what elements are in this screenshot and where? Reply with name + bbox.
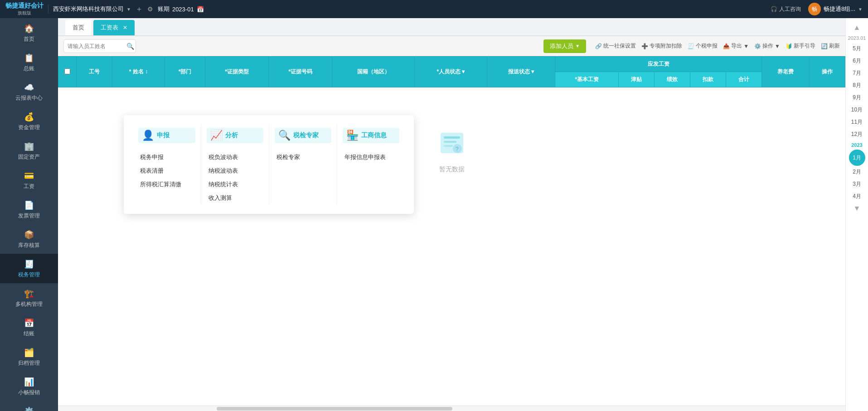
refresh-btn[interactable]: 🔄 刷新: [821, 42, 840, 50]
svg-rect-1: [444, 136, 460, 139]
th-base-salary: *基本工资: [555, 72, 619, 87]
calendar-icon[interactable]: 📅: [197, 6, 204, 13]
ledger-icon: 📋: [24, 53, 34, 63]
dropdown-section-gongshang: 🏪 工商信息 年报信息申报表: [337, 124, 405, 205]
cal-nav-up[interactable]: ▲: [852, 22, 863, 34]
cal-month-2[interactable]: 2月: [848, 166, 867, 178]
user-name: 畅捷通8组...: [824, 5, 855, 13]
sidebar-label-archive: 归档管理: [18, 359, 40, 367]
cal-month-10[interactable]: 10月: [848, 104, 867, 116]
sidebar-item-cloud[interactable]: ☁️ 云报表中心: [0, 77, 58, 106]
sidebar-item-invoice[interactable]: 📄 发票管理: [0, 195, 58, 224]
tab-bar: 首页 工资表 ✕: [58, 18, 845, 36]
cal-month-9[interactable]: 9月: [848, 92, 867, 104]
menu-item-tax-filing[interactable]: 税务申报: [138, 150, 195, 164]
guide-btn[interactable]: 🔰 新手引导: [786, 42, 815, 50]
sidebar-item-archive[interactable]: 🗂️ 归档管理: [0, 342, 58, 372]
settings-icon[interactable]: ⚙: [147, 5, 153, 13]
operations-label: 操作: [762, 42, 773, 50]
section-header-shenbao: 👤 申报: [138, 124, 195, 147]
dropdown-section-shenbao: 👤 申报 税务申报 税表清册 所得税汇算清缴: [133, 124, 201, 205]
human-service-btn[interactable]: 🎧 人工咨询: [771, 5, 801, 13]
menu-item-tax-burden[interactable]: 税负波动表: [207, 150, 263, 164]
menu-item-tax-stats[interactable]: 纳税统计表: [207, 178, 263, 191]
operations-btn[interactable]: ⚙️ 操作 ▼: [754, 42, 780, 50]
sidebar-label-inventory: 库存核算: [18, 242, 40, 249]
tab-close-icon[interactable]: ✕: [123, 24, 127, 31]
menu-item-income-calc[interactable]: 收入测算: [207, 191, 263, 205]
sidebar-item-ledger[interactable]: 📋 总账: [0, 48, 58, 77]
section-header-fenxi: 📈 分析: [207, 124, 263, 147]
refresh-label: 刷新: [829, 42, 840, 50]
invoice-icon: 📄: [24, 200, 34, 210]
scroll-bar-area: [58, 406, 845, 411]
menu-item-income-tax[interactable]: 所得税汇算清缴: [138, 178, 195, 191]
sidebar-item-close[interactable]: 📅 结账: [0, 313, 58, 342]
cal-month-11[interactable]: 11月: [848, 116, 867, 128]
scroll-thumb[interactable]: [217, 407, 452, 411]
user-info[interactable]: 畅 畅捷通8组... ▼: [808, 3, 863, 15]
sidebar-item-home[interactable]: 🏠 首页: [0, 18, 58, 48]
cal-month-1-active[interactable]: 1月: [849, 150, 865, 166]
th-person-status: *人员状态 ▾: [414, 57, 487, 87]
add-company-icon[interactable]: ＋: [136, 5, 143, 14]
sidebar-item-tax[interactable]: 🧾 税务管理: [0, 254, 58, 283]
special-deduction-btn[interactable]: ➕ 专项附加扣除: [641, 42, 682, 50]
sidebar-item-report[interactable]: 📊 小畅报销: [0, 372, 58, 401]
cal-month-3[interactable]: 3月: [848, 178, 867, 190]
company-name: 西安虾米网络科技有限公司: [53, 5, 124, 13]
guide-label: 新手引导: [794, 42, 815, 50]
cal-month-8[interactable]: 8月: [848, 79, 867, 92]
shenbao-icon: 👤: [142, 130, 154, 141]
dropdown-section-shuijian: 🔍 税检专家 税检专家: [269, 124, 337, 205]
export-label: 导出: [731, 42, 742, 50]
search-input[interactable]: [68, 43, 126, 49]
menu-item-tax-table[interactable]: 税表清册: [138, 164, 195, 178]
cal-period-label: 2023.01: [848, 35, 866, 41]
sidebar-item-assets[interactable]: 🏢 固定资产: [0, 136, 58, 165]
tab-payroll-label: 工资表: [101, 24, 118, 31]
sidebar-item-inventory[interactable]: 📦 库存核算: [0, 224, 58, 254]
cal-month-12[interactable]: 12月: [848, 128, 867, 140]
personal-tax-btn[interactable]: 🧾 个税申报: [688, 42, 718, 50]
cal-month-5[interactable]: 5月: [848, 43, 867, 55]
inventory-icon: 📦: [24, 230, 34, 240]
social-settings-btn[interactable]: 🔗 统一社保设置: [595, 42, 636, 50]
period-value: 2023-01: [172, 6, 194, 13]
social-label: 统一社保设置: [603, 42, 636, 50]
sidebar-item-payroll[interactable]: 💳 工资: [0, 165, 58, 195]
assets-icon: 🏢: [24, 141, 34, 151]
menu-item-tax-wave[interactable]: 纳税波动表: [207, 164, 263, 178]
sidebar-item-funds[interactable]: 💰 资金管理: [0, 106, 58, 136]
section-header-gongshang: 🏪 工商信息: [343, 124, 399, 147]
sidebar-item-settings[interactable]: ⚙️ 基础设置: [0, 401, 58, 411]
menu-item-tax-expert[interactable]: 税检专家: [275, 150, 331, 164]
export-btn[interactable]: 📤 导出 ▼: [723, 42, 749, 50]
dropdown-section-fenxi: 📈 分析 税负波动表 纳税波动表 纳税统计表 收入测算: [201, 124, 269, 205]
payroll-table: 工号 * 姓名 ↕ *部门 *证据类型 *证据号码 国籍（地区） *人员状态 ▾…: [58, 56, 845, 87]
add-person-button[interactable]: 添加人员 ▼: [543, 39, 586, 53]
menu-item-annual-report[interactable]: 年报信息申报表: [343, 150, 399, 164]
cal-nav-down[interactable]: ▼: [852, 203, 863, 214]
company-selector[interactable]: 西安虾米网络科技有限公司 ▼: [53, 5, 131, 13]
gongshang-icon: 🏪: [346, 130, 359, 141]
sidebar-label-tax: 税务管理: [18, 271, 40, 279]
cal-month-7[interactable]: 7月: [848, 67, 867, 79]
cal-year-2023: 2023: [851, 142, 862, 148]
sidebar: 🏠 首页 📋 总账 ☁️ 云报表中心 💰 资金管理 🏢 固定资产 💳 工资 📄 …: [0, 18, 58, 411]
tab-payroll[interactable]: 工资表 ✕: [93, 20, 135, 35]
operations-arrow: ▼: [775, 43, 780, 49]
sidebar-item-multi[interactable]: 🏗️ 多机构管理: [0, 283, 58, 313]
cal-month-6[interactable]: 6月: [848, 55, 867, 67]
divider-1: [48, 5, 48, 14]
cal-month-4[interactable]: 4月: [848, 190, 867, 203]
export-arrow: ▼: [743, 43, 749, 49]
th-allowance: 津贴: [619, 72, 655, 87]
th-total: 合计: [726, 72, 762, 87]
select-all-checkbox[interactable]: [64, 68, 70, 74]
tab-home[interactable]: 首页: [65, 20, 92, 35]
search-icon: 🔍: [126, 43, 134, 50]
logo-main: 畅捷通好会计: [5, 2, 44, 10]
toolbar: 🔍 添加人员 ▼ 🔗 统一社保设置 ➕ 专项附加扣除 🧾 个税申报: [58, 36, 845, 56]
checkbox-column[interactable]: [58, 57, 77, 87]
